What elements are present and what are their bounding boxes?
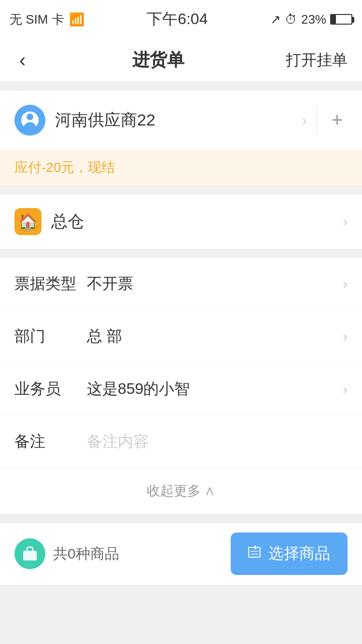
battery-percent: 23% [301,12,326,27]
vertical-divider [317,106,317,135]
goods-count-section: 共0种商品 [14,538,119,569]
department-value: 总 部 [77,326,343,347]
select-goods-label: 选择商品 [268,543,330,564]
location-icon: ↗ [270,12,281,27]
warehouse-name: 总仓 [51,210,343,233]
department-chevron-icon: › [343,328,348,345]
warehouse-section: 🏠 总仓 › [0,195,362,249]
remark-row[interactable]: 备注 备注内容 [0,416,362,468]
alarm-icon: ⏱ [285,12,297,27]
invoice-type-label: 票据类型 [14,273,77,294]
salesman-label: 业务员 [14,378,77,400]
department-label: 部门 [14,326,77,347]
supplier-avatar [14,105,45,136]
select-goods-button[interactable]: 选择商品 [231,532,348,575]
remark-label: 备注 [14,431,77,452]
notice-banner: 应付-20元，现结 [0,150,362,186]
status-right: ↗ ⏱ 23% [270,12,352,27]
footer-gray [0,585,362,644]
carrier-text: 无 SIM 卡 [10,11,64,28]
invoice-type-value: 不开票 [77,273,343,294]
goods-count-text: 共0种商品 [53,544,119,564]
page-title: 进货单 [132,48,184,72]
department-row[interactable]: 部门 总 部 › [0,310,362,363]
bottom-bar: 共0种商品 选择商品 [0,522,362,585]
supplier-section: 河南供应商22 › + 应付-20元，现结 [0,91,362,186]
svg-rect-0 [23,551,37,560]
remark-input[interactable]: 备注内容 [77,431,348,452]
separator-1 [0,186,362,195]
select-goods-icon [248,545,263,563]
open-pending-button[interactable]: 打开挂单 [286,50,348,71]
salesman-value: 这是859的小智 [77,378,343,400]
form-section: 票据类型 不开票 › 部门 总 部 › 业务员 这是859的小智 › 备注 备注… [0,258,362,468]
notice-text: 应付-20元，现结 [14,160,115,175]
battery-icon [330,14,352,25]
status-bar: 无 SIM 卡 📶 下午6:04 ↗ ⏱ 23% [0,0,362,39]
invoice-type-chevron-icon: › [343,276,348,292]
supplier-chevron-icon: › [302,112,307,128]
status-time: 下午6:04 [147,9,208,30]
avatar-image [21,112,39,129]
svg-rect-1 [249,547,260,557]
warehouse-chevron-icon: › [343,213,348,230]
warehouse-row[interactable]: 🏠 总仓 › [0,195,362,249]
invoice-type-row[interactable]: 票据类型 不开票 › [0,258,362,310]
nav-bar: ‹ 进货单 打开挂单 [0,39,362,82]
warehouse-icon: 🏠 [14,208,42,235]
collapse-label: 收起更多 ∧ [147,482,216,500]
collapse-row[interactable]: 收起更多 ∧ [0,468,362,514]
add-supplier-button[interactable]: + [327,104,348,136]
salesman-chevron-icon: › [343,381,348,397]
goods-icon [14,538,45,569]
wifi-icon: 📶 [69,12,84,27]
supplier-name: 河南供应商22 [55,109,302,131]
separator-2 [0,249,362,258]
salesman-row[interactable]: 业务员 这是859的小智 › [0,363,362,416]
back-button[interactable]: ‹ [14,44,30,76]
status-carrier: 无 SIM 卡 📶 [10,11,84,28]
supplier-row[interactable]: 河南供应商22 › + [0,91,362,150]
separator-top [0,82,362,91]
